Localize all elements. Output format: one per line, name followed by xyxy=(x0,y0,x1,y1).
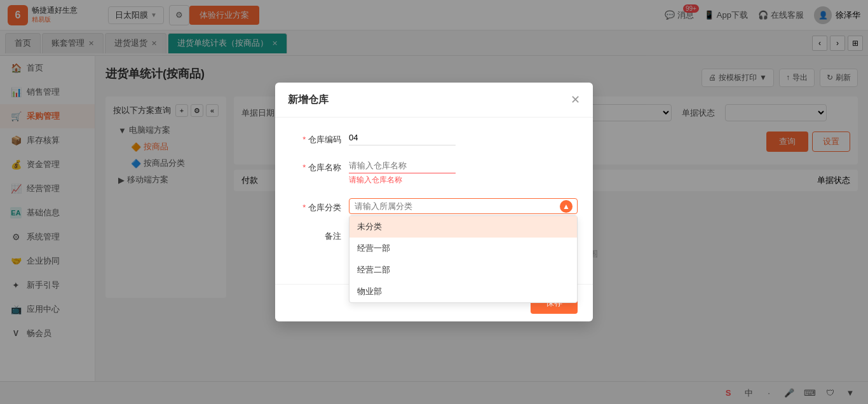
category-dropdown-list: 未分类 经营一部 经营二部 物业部 xyxy=(349,215,578,303)
name-input-wrap: 请输入仓库名称 xyxy=(349,158,578,185)
name-error-msg: 请输入仓库名称 xyxy=(349,175,578,185)
form-row-code: 仓库编码 xyxy=(290,130,578,145)
form-row-name: 仓库名称 请输入仓库名称 xyxy=(290,158,578,185)
category-option-2[interactable]: 经营二部 xyxy=(349,259,577,281)
category-input[interactable] xyxy=(349,198,578,214)
name-input[interactable] xyxy=(349,158,456,173)
category-dropdown-toggle[interactable]: ▲ xyxy=(560,200,573,213)
add-warehouse-dialog: 新增仓库 ✕ 仓库编码 仓库名称 请输入仓库名称 仓库分类 xyxy=(275,83,593,321)
category-option-1[interactable]: 经营一部 xyxy=(349,238,577,259)
code-label: 仓库编码 xyxy=(290,130,341,145)
category-input-wrap: ▲ 未分类 经营一部 经营二部 物业部 xyxy=(349,198,578,214)
dialog-title: 新增仓库 xyxy=(288,93,329,107)
code-input[interactable] xyxy=(349,130,456,145)
form-row-category: 仓库分类 ▲ 未分类 经营一部 经营二部 物业部 xyxy=(290,198,578,214)
dialog-body: 仓库编码 仓库名称 请输入仓库名称 仓库分类 ▲ xyxy=(275,118,593,284)
category-option-3[interactable]: 物业部 xyxy=(349,281,577,302)
name-label: 仓库名称 xyxy=(290,158,341,173)
dialog-close-button[interactable]: ✕ xyxy=(571,93,580,107)
note-label: 备注 xyxy=(290,227,341,242)
dialog-header: 新增仓库 ✕ xyxy=(275,83,593,118)
modal-overlay[interactable]: 新增仓库 ✕ 仓库编码 仓库名称 请输入仓库名称 仓库分类 xyxy=(0,0,868,404)
code-input-wrap xyxy=(349,130,578,145)
category-option-0[interactable]: 未分类 xyxy=(349,216,577,238)
category-label: 仓库分类 xyxy=(290,198,341,213)
